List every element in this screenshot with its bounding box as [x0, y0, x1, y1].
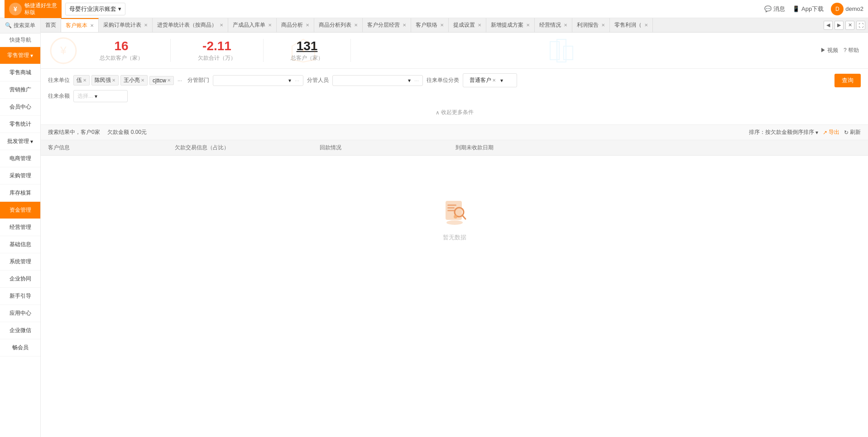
tab-close-icon[interactable]: ✕ — [440, 23, 444, 28]
svg-rect-10 — [447, 207, 455, 209]
filter-more-btn[interactable]: ··· — [176, 76, 184, 85]
filter-dept-dropdown[interactable]: ▾ ··· — [213, 75, 303, 86]
svg-rect-4 — [550, 42, 559, 60]
video-btn[interactable]: ▶ 视频 — [820, 47, 838, 54]
tab-close-icon[interactable]: ✕ — [220, 23, 223, 28]
filter-label-balance: 往来余额 — [48, 92, 70, 100]
sidebar-item-wechat[interactable]: 企业微信 — [0, 322, 40, 339]
query-btn[interactable]: 查询 — [834, 74, 861, 87]
help-btn[interactable]: ? 帮助 — [844, 47, 859, 54]
sidebar-search[interactable]: 🔍 搜索菜单 — [0, 18, 40, 33]
sidebar-item-ecommerce[interactable]: 电商管理 — [0, 150, 40, 167]
sidebar-item-newbie[interactable]: 新手引导 — [0, 288, 40, 305]
tab-close-icon[interactable]: ✕ — [478, 23, 481, 28]
sidebar-item-inventory[interactable]: 库存核算 — [0, 185, 40, 202]
messages-btn[interactable]: 💬 消息 — [764, 5, 785, 13]
table-header: 客户信息 欠款交易信息（占比） 回款情况 到期未收款日期 — [41, 140, 868, 156]
tab-profit-report[interactable]: 利润报告 ✕ — [572, 18, 610, 32]
tab-product-in[interactable]: 产成品入库单 ✕ — [228, 18, 277, 32]
user-btn[interactable]: D demo2 — [831, 3, 863, 15]
tab-close-icon[interactable]: ✕ — [306, 23, 309, 28]
col-debt-info: 欠款交易信息（占比） — [175, 144, 320, 152]
tab-customer-ledger[interactable]: 客户账本 ✕ — [61, 18, 99, 32]
sidebar-item-operations[interactable]: 经营管理 — [0, 219, 40, 236]
tab-product-analysis[interactable]: 商品分析 ✕ — [277, 18, 314, 32]
tab-prev-btn[interactable]: ◀ — [824, 21, 833, 30]
filter-balance-select[interactable]: 选择... ▾ — [73, 90, 128, 102]
tab-close-icon[interactable]: ✕ — [601, 23, 605, 28]
sidebar-item-app-center[interactable]: 应用中心 — [0, 305, 40, 322]
tag-close-3[interactable]: ✕ — [167, 78, 171, 83]
app-download-btn[interactable]: 📱 App下载 — [792, 5, 824, 13]
tab-close-icon[interactable]: ✕ — [403, 23, 406, 28]
tab-goods-stats[interactable]: 进货单统计表（按商品） ✕ — [153, 18, 228, 32]
tab-expand-btn[interactable]: ⛶ — [856, 21, 865, 30]
tab-customer-layer[interactable]: 客户分层经营 ✕ — [363, 18, 411, 32]
collapse-btn[interactable]: ∧ 收起更多条件 — [432, 107, 477, 118]
collapse-icon: ∧ — [436, 109, 440, 116]
top-bar-left: ¥ 畅捷通好生意 标版 母婴行业演示账套 ▾ — [0, 0, 125, 18]
tab-close-icon[interactable]: ✕ — [564, 23, 567, 28]
sidebar-item-finance[interactable]: 资金管理 — [0, 202, 40, 219]
sidebar-item-marketing[interactable]: 营销推广 — [0, 81, 40, 99]
tab-close-icon[interactable]: ✕ — [268, 23, 272, 28]
filter-clear-icon[interactable]: ··· — [295, 77, 299, 84]
tab-close-icon[interactable]: ✕ — [144, 23, 148, 28]
logo-area[interactable]: ¥ 畅捷通好生意 标版 — [5, 0, 62, 18]
avatar: D — [831, 3, 844, 15]
tag-close-1[interactable]: ✕ — [112, 78, 115, 83]
sidebar-quick-nav[interactable]: 快捷导航 — [0, 33, 40, 47]
sidebar-item-basic-info[interactable]: 基础信息 — [0, 236, 40, 253]
sidebar-item-wholesale[interactable]: 批发管理 ▾ — [0, 133, 40, 150]
tab-close-icon[interactable]: ✕ — [644, 23, 648, 28]
empty-state: 暂无数据 — [41, 156, 868, 278]
content-area: 首页 客户账本 ✕ 采购订单统计表 ✕ 进货单统计表（按商品） ✕ 产成品入库单… — [41, 18, 868, 437]
svg-rect-5 — [564, 46, 573, 60]
export-btn[interactable]: ↗ 导出 — [823, 128, 839, 136]
sidebar-item-system[interactable]: 系统管理 — [0, 253, 40, 271]
sidebar-item-retail-stats[interactable]: 零售统计 — [0, 116, 40, 133]
sidebar-item-retail-mall[interactable]: 零售商城 — [0, 64, 40, 81]
tab-next-btn[interactable]: ▶ — [834, 21, 844, 30]
stat-total-all: 131 总客户（家） — [264, 39, 351, 62]
tab-customer-contact[interactable]: 客户联络 ✕ — [411, 18, 449, 32]
filter-tag-1: 陈民强 ✕ — [91, 75, 119, 86]
filter-person-dropdown[interactable]: ▾ ··· — [332, 75, 423, 86]
chevron-down-icon: ▾ — [288, 77, 291, 84]
tab-retail-profit[interactable]: 零售利润（ ✕ — [610, 18, 653, 32]
tag-close-2[interactable]: ✕ — [141, 78, 144, 83]
sidebar-item-member[interactable]: 会员中心 — [0, 99, 40, 116]
chevron-down-icon: ▾ — [30, 138, 33, 145]
tab-close-all-btn[interactable]: ✕ — [845, 21, 854, 30]
tab-purchase-order[interactable]: 采购订单统计表 ✕ — [99, 18, 153, 32]
tab-product-analysis-list[interactable]: 商品分析列表 ✕ — [314, 18, 363, 32]
tab-business-status[interactable]: 经营情况 ✕ — [535, 18, 572, 32]
filter-tag-2: 王小亮 ✕ — [120, 75, 148, 86]
chevron-down-icon: ▾ — [118, 5, 121, 12]
tab-home[interactable]: 首页 — [41, 18, 61, 32]
filter-unit-type-dropdown[interactable]: 普通客户 ✕ ▾ — [463, 73, 517, 87]
sidebar-item-purchase[interactable]: 采购管理 — [0, 167, 40, 185]
sidebar-item-member2[interactable]: 畅会员 — [0, 339, 40, 356]
filter-label-unit: 往来单位 — [48, 76, 70, 84]
video-icon: ▶ — [820, 47, 826, 53]
stat-debt-label: 欠款合计（万） — [198, 54, 236, 62]
filter-clear-icon[interactable]: ··· — [414, 77, 419, 84]
stat-all-value: 131 — [297, 39, 318, 53]
tab-close-icon[interactable]: ✕ — [354, 23, 358, 28]
unit-type-tag: 普通客户 ✕ — [467, 76, 499, 85]
svg-line-13 — [462, 215, 465, 219]
tab-close-icon[interactable]: ✕ — [90, 23, 94, 28]
tab-new-commission[interactable]: 新增提成方案 ✕ — [486, 18, 535, 32]
sidebar-item-retail[interactable]: 零售管理 ▾ — [0, 47, 40, 64]
tag-close-0[interactable]: ✕ — [83, 78, 86, 83]
filter-row-2: 往来余额 选择... ▾ — [48, 90, 861, 102]
sidebar-item-enterprise[interactable]: 企业协同 — [0, 271, 40, 288]
stat-customers-value: 16 — [114, 39, 128, 53]
result-sort[interactable]: 排序：按欠款金额倒序排序 ▾ — [749, 128, 818, 136]
unit-type-tag-close[interactable]: ✕ — [492, 78, 496, 83]
tab-close-icon[interactable]: ✕ — [526, 23, 530, 28]
refresh-btn[interactable]: ↻ 刷新 — [844, 128, 861, 136]
tab-commission-settings[interactable]: 提成设置 ✕ — [449, 18, 486, 32]
version-select[interactable]: 母婴行业演示账套 ▾ — [65, 3, 125, 15]
